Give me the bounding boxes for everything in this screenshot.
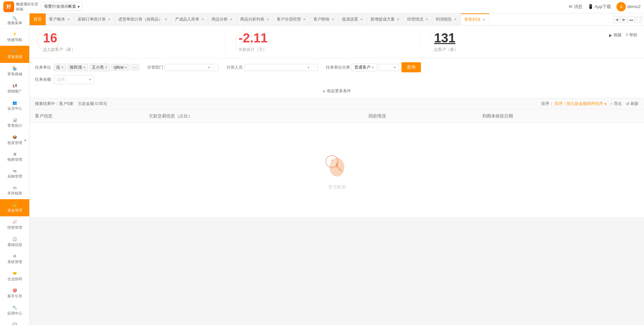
tab-home[interactable]: 首页 <box>30 13 46 26</box>
remove-tag-wu[interactable]: ✕ <box>61 66 64 69</box>
sidebar-item-guide[interactable]: 🎯 新手引导 <box>0 285 29 302</box>
close-tab-commission-plan[interactable]: ✕ <box>396 17 400 22</box>
close-tab-goods-analysis[interactable]: ✕ <box>229 17 233 22</box>
close-tab-profit[interactable]: ✕ <box>453 17 457 22</box>
toggle-more-btn[interactable]: ∧ 收起更多条件 <box>317 88 356 94</box>
video-icon: ▶ <box>609 33 612 38</box>
video-btn[interactable]: ▶ 视频 <box>609 32 621 38</box>
tab-expand[interactable]: ⛶ <box>635 16 642 23</box>
sidebar-item-app-center[interactable]: 🔧 应用中心 <box>0 302 29 319</box>
app-download-btn[interactable]: 📱 App下载 <box>588 4 611 10</box>
tab-customer-layer[interactable]: 客户分层经营 ✕ <box>273 13 310 26</box>
tab-profit-report[interactable]: 利润报告 ✕ <box>432 13 461 26</box>
dept-select[interactable]: ▾ ··· <box>165 64 218 71</box>
tab-customer-contact[interactable]: 客户联络 ✕ <box>310 13 339 26</box>
sort-arrow: ▾ <box>604 102 606 106</box>
quick-nav-icon: ⚡ <box>12 32 17 36</box>
empty-text: 暂无数据 <box>328 184 346 190</box>
remove-tag-chen[interactable]: ✕ <box>83 66 86 69</box>
tab-scroll-left[interactable]: ◀ <box>613 16 620 23</box>
sidebar-item-operations[interactable]: 📈 经营管理 <box>0 216 29 233</box>
sidebar-item-collab[interactable]: 🤝 企业协同 <box>0 268 29 285</box>
logo-area: 好 畅捷通好生意 标版 <box>3 1 38 12</box>
svg-rect-9 <box>435 40 437 42</box>
message-btn[interactable]: ✉ 消息 <box>569 4 583 10</box>
ecommerce-icon: 🖥 <box>13 152 16 156</box>
table-container: 客户信息 欠款交易信息（占比） 回款情况 到期未收款日期 <box>30 110 644 217</box>
tab-scroll-right[interactable]: ▶ <box>620 16 627 23</box>
sidebar-item-enterprise-wechat[interactable]: 💬 企业微信 <box>0 319 29 325</box>
svg-rect-5 <box>442 38 453 51</box>
person-select[interactable]: ▾ ··· <box>244 64 318 71</box>
user-menu[interactable]: d demo2 <box>616 2 641 11</box>
class-select[interactable]: ▾ <box>379 64 399 71</box>
sidebar-item-purchase-mgmt[interactable]: 🛍 采购管理 <box>0 166 29 182</box>
result-summary: 搜索结果中：客户0家 欠款金额 0.00元 <box>35 101 107 107</box>
stat-icon-diamond: ✦ <box>232 30 255 53</box>
balance-select-arrow: ▾ <box>89 78 91 81</box>
table-body: ? 暂无数据 <box>30 123 644 217</box>
sidebar-item-retail-mall[interactable]: 🏪 零售商城 <box>0 63 29 80</box>
download-icon: 📱 <box>588 4 593 9</box>
refresh-btn[interactable]: ↺ 刷新 <box>626 101 639 107</box>
filter-row-2: 往来余额 选择... ▾ <box>35 75 639 84</box>
person-select-more: ··· <box>312 66 315 69</box>
tab-retail-profit[interactable]: 零售利润 ✕ <box>461 13 489 26</box>
export-btn[interactable]: ↑ 导出 <box>610 101 622 107</box>
tab-customer-ledger[interactable]: 客户账本 ✕ <box>46 13 74 26</box>
close-tab-customer-contact[interactable]: ✕ <box>331 17 335 22</box>
close-tab-customer-ledger[interactable]: ✕ <box>67 17 71 22</box>
close-tab-operations[interactable]: ✕ <box>425 17 429 22</box>
balance-select[interactable]: 选择... ▾ <box>54 75 94 84</box>
close-tab-customer-layer[interactable]: ✕ <box>302 17 306 22</box>
tab-commission-settings[interactable]: 提成设置 ✕ <box>339 13 367 26</box>
message-icon: ✉ <box>569 4 572 9</box>
sidebar-item-member-center[interactable]: 👥 会员中心 <box>0 97 29 114</box>
tab-new-commission-plan[interactable]: 新增提成方案 ✕ <box>367 13 404 26</box>
close-tab-commission[interactable]: ✕ <box>359 17 363 22</box>
sidebar-item-marketing[interactable]: 📢 营销推广 <box>0 80 29 97</box>
avatar: d <box>616 2 626 11</box>
remove-tag-cjttcw[interactable]: ✕ <box>125 66 127 69</box>
tab-finished-goods[interactable]: 产成品入库单 ✕ <box>172 13 208 26</box>
sidebar-item-finance[interactable]: 💰 资金管理 <box>0 199 29 216</box>
close-tab-retail-profit[interactable]: ✕ <box>482 17 486 22</box>
sidebar-item-quick-nav[interactable]: ⚡ 快捷导航 <box>0 29 29 46</box>
unit-filter-tags: 伍 ✕ 陈民强 ✕ 王小亮 ✕ <box>54 64 139 71</box>
sidebar-item-ecommerce[interactable]: 🖥 电商管理 <box>0 149 29 166</box>
empty-row: ? 暂无数据 <box>30 123 644 217</box>
result-bar: 搜索结果中：客户0家 欠款金额 0.00元 排序： 排序：按欠款金额倒序排序 ▾ <box>30 98 644 110</box>
tab-minimize[interactable]: ▬ <box>628 16 635 23</box>
sidebar-item-wholesale-mgmt[interactable]: 📦 批发管理 <box>0 132 29 149</box>
class-select-arrow: ▾ <box>394 66 396 69</box>
tab-purchase-order-stats[interactable]: 采购订单统计表 ✕ <box>74 13 115 26</box>
company-selector[interactable]: 母婴行业演示帐套 ▾ <box>41 2 83 11</box>
stat-divider-1 <box>225 31 225 51</box>
stat-total-customers: ¥ 16 总欠款客户（家） <box>36 31 218 52</box>
sidebar-item-system[interactable]: ⚙ 系统管理 <box>0 251 29 268</box>
close-tab-finished[interactable]: ✕ <box>201 17 205 22</box>
tab-operations[interactable]: 经营情况 ✕ <box>404 13 432 26</box>
unit-more-tags[interactable]: ··· <box>131 64 139 71</box>
tab-goods-analysis-list[interactable]: 商品分析列表 ✕ <box>237 13 273 26</box>
sidebar-item-retail-stats[interactable]: 📊 零售统计 <box>0 114 29 132</box>
sidebar-item-retail-mgmt[interactable]: 🛒 零售管理 <box>0 46 29 63</box>
operations-icon: 📈 <box>12 220 17 224</box>
svg-text:✦: ✦ <box>241 39 247 46</box>
sidebar-item-basic-info[interactable]: 📋 基础信息 <box>0 233 29 251</box>
class-filter-label: 往来单位分类 <box>326 65 350 70</box>
sidebar-item-inventory[interactable]: 🗃 库存核算 <box>0 182 29 199</box>
close-tab-goods-list[interactable]: ✕ <box>266 17 270 22</box>
help-btn[interactable]: ? 帮助 <box>626 32 637 38</box>
close-tab-purchase-goods[interactable]: ✕ <box>164 17 168 22</box>
person-filter-label: 分管人员 <box>226 65 243 70</box>
sidebar-search-btn[interactable]: 🔍 搜索菜单 <box>0 13 29 29</box>
remove-class-tag[interactable]: ✕ <box>372 66 374 69</box>
export-icon: ↑ <box>610 102 612 106</box>
tab-goods-analysis[interactable]: 商品分析 ✕ <box>208 13 237 26</box>
person-select-arrow: ▾ <box>308 66 309 69</box>
remove-tag-wang[interactable]: ✕ <box>105 66 108 69</box>
tab-purchase-stats-by-goods[interactable]: 进货单统计表（按商品） ✕ <box>115 13 172 26</box>
close-tab-purchase[interactable]: ✕ <box>107 17 111 22</box>
query-button[interactable]: 查询 <box>401 62 421 72</box>
